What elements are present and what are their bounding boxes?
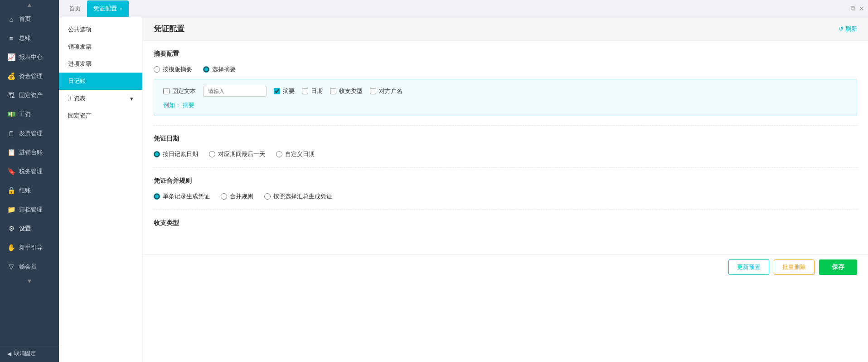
custom-date-radio-label[interactable]: 自定义日期 [276, 150, 315, 158]
sales-icon: 📋 [7, 148, 15, 157]
left-nav-purchase-invoice[interactable]: 进项发票 [59, 55, 142, 73]
fixed-text-checkbox[interactable] [163, 88, 170, 94]
income-section-title: 收支类型 [154, 219, 857, 227]
ledger-icon: ≡ [7, 34, 15, 42]
sidebar-item-invoice[interactable]: 🗒 发票管理 [0, 124, 59, 143]
invoice-icon: 🗒 [7, 130, 15, 137]
merge-rules-section: 凭证合并规则 单条记录生成凭证 合并规则 按照选择汇总生成凭证 [154, 168, 857, 210]
single-record-radio-label[interactable]: 单条记录生成凭证 [154, 192, 210, 201]
merge-rule-radio-label[interactable]: 合并规则 [221, 192, 253, 201]
income-section: 收支类型 [154, 210, 857, 244]
summary-template-radio-input[interactable] [154, 66, 160, 73]
summary-select-radio-input[interactable] [203, 66, 209, 73]
counterparty-checkbox[interactable] [370, 88, 376, 94]
single-record-radio[interactable] [154, 193, 160, 200]
pin-icon: ◀ [7, 351, 11, 357]
summary-config-title: 摘要配置 [154, 50, 857, 58]
fixed-text-checkbox-label[interactable]: 固定文本 [163, 87, 196, 95]
sidebar-item-home[interactable]: ⌂ 首页 [0, 10, 59, 29]
sidebar-item-payroll[interactable]: 💵 工资 [0, 105, 59, 124]
sidebar-item-assets[interactable]: 🏗 固定资产 [0, 86, 59, 105]
fixed-text-input[interactable] [203, 86, 267, 97]
sidebar-item-guide[interactable]: ✋ 新手引导 [0, 238, 59, 257]
close-button[interactable]: ✕ [859, 5, 864, 12]
closing-icon: 🔒 [7, 186, 15, 195]
payment-type-checkbox[interactable] [330, 88, 336, 94]
by-journal-radio[interactable] [154, 151, 160, 157]
by-selection-radio-label[interactable]: 按照选择汇总生成凭证 [264, 192, 332, 201]
by-selection-radio[interactable] [264, 193, 271, 200]
sidebar-item-tax[interactable]: 🔖 税务管理 [0, 162, 59, 181]
tab-voucher-config[interactable]: 凭证配置 × [87, 0, 129, 17]
home-icon: ⌂ [7, 15, 15, 23]
by-last-day-radio[interactable] [209, 151, 215, 157]
reports-icon: 📈 [7, 53, 15, 61]
payroll-icon: 💵 [7, 110, 15, 118]
left-nav-payroll-table[interactable]: 工资表 ▾ [59, 90, 142, 107]
summary-select-radio[interactable]: 选择摘要 [203, 65, 236, 73]
sidebar-toggle-button[interactable]: ◀ 取消固定 [0, 345, 59, 362]
sidebar-item-archive[interactable]: 📁 归档管理 [0, 200, 59, 219]
assets-icon: 🏗 [7, 92, 15, 99]
bottom-action-bar: 更新预置 批量删除 保存 [143, 254, 868, 279]
window-controls: ⧉ ✕ [851, 5, 864, 12]
funds-icon: 💰 [7, 72, 15, 80]
left-nav: 公共选项 销项发票 进项发票 日记账 工资表 ▾ 固定资产 [59, 17, 143, 362]
sidebar-item-settings[interactable]: ⚙ 设置 [0, 219, 59, 238]
date-checkbox[interactable] [302, 88, 308, 94]
sidebar-scroll-up[interactable]: ▲ [0, 0, 59, 10]
tab-home[interactable]: 首页 [63, 0, 87, 17]
counterparty-checkbox-label[interactable]: 对方户名 [370, 87, 402, 95]
sidebar-item-member[interactable]: ▽ 畅会员 [0, 257, 59, 276]
home-tab-label: 首页 [69, 5, 81, 13]
voucher-date-radio-group: 按日记账日期 对应期间最后一天 自定义日期 [154, 150, 857, 158]
tax-icon: 🔖 [7, 167, 15, 176]
left-nav-journal[interactable]: 日记账 [59, 73, 142, 90]
date-checkbox-label[interactable]: 日期 [302, 87, 323, 95]
merge-rules-title: 凭证合并规则 [154, 177, 857, 185]
sidebar-item-closing[interactable]: 🔒 结账 [0, 181, 59, 200]
sidebar-item-ledger[interactable]: ≡ 总账 [0, 29, 59, 48]
summary-checkbox-label[interactable]: 摘要 [274, 87, 295, 95]
merge-rule-radio[interactable] [221, 193, 227, 200]
custom-date-radio[interactable] [276, 151, 282, 157]
content-area: 公共选项 销项发票 进项发票 日记账 工资表 ▾ 固定资产 凭证配置 [59, 17, 868, 362]
sidebar-item-reports[interactable]: 📈 报表中心 [0, 48, 59, 67]
sidebar-scroll-down[interactable]: ▼ [0, 276, 59, 286]
form-content: 摘要配置 按模版摘要 选择摘要 [143, 41, 868, 254]
main-area: 首页 凭证配置 × ⧉ ✕ 公共选项 销项发票 进项发票 日记账 [59, 0, 868, 362]
batch-delete-button[interactable]: 批量删除 [774, 259, 815, 275]
left-nav-sales-invoice[interactable]: 销项发票 [59, 38, 142, 55]
page-header: 凭证配置 ↺ 刷新 [143, 17, 868, 41]
update-preview-button[interactable]: 更新预置 [728, 259, 769, 275]
sidebar-item-funds[interactable]: 💰 资金管理 [0, 67, 59, 86]
merge-rules-radio-group: 单条记录生成凭证 合并规则 按照选择汇总生成凭证 [154, 192, 857, 201]
member-icon: ▽ [7, 263, 15, 271]
payment-type-checkbox-label[interactable]: 收支类型 [330, 87, 363, 95]
voucher-date-section: 凭证日期 按日记账日期 对应期间最后一天 自定义日期 [154, 126, 857, 168]
sidebar-item-sales[interactable]: 📋 进销台账 [0, 143, 59, 162]
refresh-icon: ↺ [839, 25, 844, 32]
tab-close-button[interactable]: × [120, 6, 122, 11]
restore-button[interactable]: ⧉ [851, 5, 855, 12]
settings-icon: ⚙ [7, 225, 15, 233]
summary-checkbox[interactable] [274, 88, 280, 94]
left-nav-public[interactable]: 公共选项 [59, 21, 142, 38]
archive-icon: 📁 [7, 205, 15, 214]
summary-config-section: 摘要配置 按模版摘要 选择摘要 [154, 41, 857, 126]
save-button[interactable]: 保存 [819, 259, 857, 275]
by-last-day-radio-label[interactable]: 对应期间最后一天 [209, 150, 265, 158]
refresh-button[interactable]: ↺ 刷新 [839, 25, 857, 33]
summary-template-radio[interactable]: 按模版摘要 [154, 65, 192, 73]
voucher-date-title: 凭证日期 [154, 135, 857, 143]
summary-config-box: 固定文本 摘要 日期 [154, 79, 857, 116]
summary-config-row: 固定文本 摘要 日期 [163, 86, 848, 97]
tab-bar: 首页 凭证配置 × ⧉ ✕ [59, 0, 868, 17]
active-tab-label: 凭证配置 [93, 5, 117, 13]
guide-icon: ✋ [7, 244, 15, 252]
by-journal-radio-label[interactable]: 按日记账日期 [154, 150, 198, 158]
chevron-down-icon: ▾ [130, 95, 133, 102]
summary-config-radio-group: 按模版摘要 选择摘要 [154, 65, 857, 73]
left-nav-fixed-assets[interactable]: 固定资产 [59, 107, 142, 124]
sidebar: ▲ ⌂ 首页 ≡ 总账 📈 报表中心 💰 资金管理 🏗 固定资产 💵 工资 🗒 … [0, 0, 59, 362]
